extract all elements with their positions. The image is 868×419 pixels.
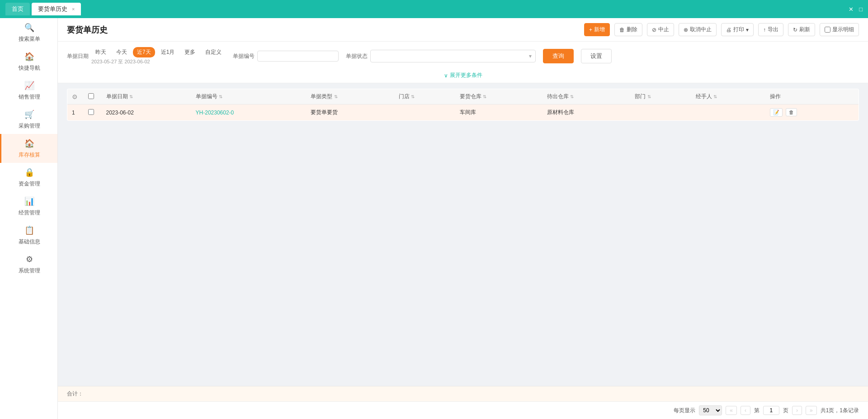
td-seq: 1 [67, 105, 84, 121]
chevron-down-icon: ▾ [529, 53, 532, 59]
sidebar-item-system[interactable]: ⚙ 系统管理 [0, 250, 57, 279]
home-icon: 🏠 [24, 52, 34, 62]
search-icon: 🔍 [24, 23, 34, 33]
order-no-filter: 单据编号 [233, 51, 339, 62]
sort-store-icon[interactable]: ⇅ [411, 94, 415, 99]
system-icon: ⚙ [26, 254, 33, 264]
table-footer-summary: 合计： [58, 386, 868, 401]
sort-date-icon[interactable]: ⇅ [129, 94, 133, 99]
stop-button[interactable]: ⊘ 中止 [647, 23, 674, 36]
order-no-input[interactable] [257, 51, 339, 62]
date-btn-7days[interactable]: 近7天 [133, 47, 155, 57]
sidebar-item-inventory[interactable]: 🏠 库存核算 [0, 134, 57, 163]
th-settings: ⚙ [67, 89, 84, 105]
settings-button[interactable]: 设置 [581, 49, 612, 63]
data-table: ⚙ 单据日期 ⇅ 单据编号 ⇅ [67, 89, 859, 121]
sidebar-item-purchase[interactable]: 🛒 采购管理 [0, 105, 57, 134]
td-row-checkbox [84, 105, 102, 121]
new-button[interactable]: + 新增 [584, 23, 610, 36]
filter-row: 单据日期 昨天 今天 近7天 近1月 更多 自定义 2023-05-27 至 2… [67, 47, 859, 65]
stop-icon: ⊘ [652, 27, 656, 33]
print-button[interactable]: 🖨 打印 ▾ [721, 23, 754, 36]
total-info: 共1页，1条记录 [821, 407, 859, 414]
refresh-button[interactable]: ↻ 刷新 [788, 23, 815, 36]
delete-icon: 🗑 [619, 27, 625, 33]
date-btn-1month[interactable]: 近1月 [157, 47, 179, 57]
th-req-warehouse: 要货仓库 ⇅ [455, 89, 542, 105]
tab-home[interactable]: 首页 [5, 3, 30, 15]
order-no-link[interactable]: YH-20230602-0 [196, 110, 234, 116]
status-filter: 单据状态 ▾ [346, 50, 536, 62]
td-date: 2023-06-02 [102, 105, 191, 121]
date-label: 单据日期 [67, 52, 89, 60]
filter-area: 单据日期 昨天 今天 近7天 近1月 更多 自定义 2023-05-27 至 2… [58, 42, 868, 83]
last-page-button[interactable]: » [806, 406, 817, 415]
prev-page-button[interactable]: ‹ [741, 406, 750, 415]
date-btn-custom[interactable]: 自定义 [201, 47, 226, 57]
sales-icon: 📈 [24, 81, 34, 90]
page-label: 第 [754, 407, 760, 414]
page-number-input[interactable] [763, 406, 779, 415]
sidebar-item-search[interactable]: 🔍 搜索菜单 [0, 18, 57, 47]
close-tab-icon[interactable]: × [72, 6, 75, 12]
table-settings-icon[interactable]: ⚙ [72, 93, 78, 100]
sort-outwarehouse-icon[interactable]: ⇅ [570, 94, 574, 99]
th-store: 门店 ⇅ [394, 89, 455, 105]
summary-label: 合计： [67, 390, 83, 397]
pagination-bar: 每页显示 50 10 20 100 « ‹ 第 页 › » 共1页，1条记录 [58, 401, 868, 419]
toolbar: + 新增 🗑 删除 ⊘ 中止 ⊗ 取消中止 🖨 打印 [584, 23, 859, 36]
sort-orderno-icon[interactable]: ⇅ [219, 94, 222, 99]
sidebar: 🔍 搜索菜单 🏠 快捷导航 📈 销售管理 🛒 采购管理 🏠 库存核算 🔒 资金管… [0, 18, 58, 419]
order-no-label: 单据编号 [233, 52, 255, 60]
tab-order-history[interactable]: 要货单历史 × [32, 3, 81, 15]
sort-handler-icon[interactable]: ⇅ [713, 94, 717, 99]
export-button[interactable]: ↑ 导出 [758, 23, 783, 36]
expand-row: ∨ 展开更多条件 [67, 68, 859, 79]
row-delete-button[interactable]: 🗑 [786, 108, 797, 116]
display-detail-toggle[interactable]: 显示明细 [820, 23, 859, 36]
select-all-checkbox[interactable] [88, 93, 94, 99]
row-edit-button[interactable]: 📝 [770, 108, 783, 117]
date-btn-more[interactable]: 更多 [180, 47, 199, 57]
table-area: ⚙ 单据日期 ⇅ 单据编号 ⇅ [58, 83, 868, 386]
operations-icon: 📊 [24, 196, 34, 206]
td-store [394, 105, 455, 121]
expand-conditions-button[interactable]: ∨ 展开更多条件 [444, 71, 482, 79]
td-req-warehouse: 车间库 [455, 105, 542, 121]
sidebar-item-finance[interactable]: 🔒 资金管理 [0, 163, 57, 192]
next-page-button[interactable]: › [792, 406, 802, 415]
per-page-select[interactable]: 50 10 20 100 [699, 405, 722, 415]
sidebar-item-operations[interactable]: 📊 经营管理 [0, 192, 57, 221]
status-select[interactable]: ▾ [370, 50, 536, 62]
dropdown-arrow-icon: ▾ [746, 27, 749, 33]
sort-reqwarehouse-icon[interactable]: ⇅ [483, 94, 486, 99]
page-title: 要货单历史 [67, 24, 108, 35]
finance-icon: 🔒 [24, 167, 34, 177]
cancel-stop-button[interactable]: ⊗ 取消中止 [679, 23, 717, 36]
window-maximize-icon[interactable]: □ [859, 6, 863, 13]
refresh-icon: ↻ [793, 27, 797, 33]
display-detail-checkbox[interactable] [825, 27, 830, 33]
sidebar-item-sales[interactable]: 📈 销售管理 [0, 76, 57, 105]
th-order-no: 单据编号 ⇅ [191, 89, 307, 105]
sort-dept-icon[interactable]: ⇅ [647, 94, 651, 99]
date-btn-yesterday[interactable]: 昨天 [91, 47, 110, 57]
page-suffix: 页 [783, 407, 788, 414]
th-dept: 部门 ⇅ [630, 89, 691, 105]
content-area: 要货单历史 + 新增 🗑 删除 ⊘ 中止 ⊗ 取消中止 [58, 18, 868, 419]
row-checkbox[interactable] [88, 109, 94, 115]
query-button[interactable]: 查询 [543, 49, 574, 63]
first-page-button[interactable]: « [726, 406, 737, 415]
inventory-icon: 🏠 [24, 138, 34, 148]
top-bar-right: ✕ □ [849, 6, 863, 13]
delete-button[interactable]: 🗑 删除 [614, 23, 642, 36]
sidebar-item-quicknav[interactable]: 🏠 快捷导航 [0, 47, 57, 76]
sort-type-icon[interactable]: ⇅ [334, 94, 338, 99]
window-close-icon[interactable]: ✕ [849, 6, 854, 13]
sidebar-item-baseinfo[interactable]: 📋 基础信息 [0, 221, 57, 250]
export-icon: ↑ [763, 27, 766, 33]
td-handler [691, 105, 765, 121]
td-out-warehouse: 原材料仓库 [542, 105, 631, 121]
date-btn-today[interactable]: 今天 [112, 47, 131, 57]
th-checkbox [84, 89, 102, 105]
